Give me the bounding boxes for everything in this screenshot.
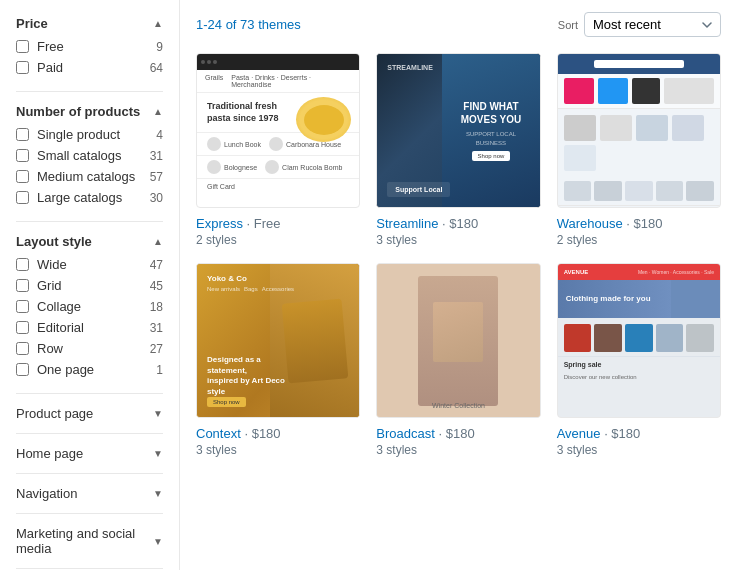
divider-products xyxy=(16,221,163,222)
layout-filter-section: Layout style ▲ Wide 47 Grid 45 xyxy=(16,234,163,377)
filter-checkbox-free[interactable] xyxy=(16,40,29,53)
theme-thumbnail-avenue[interactable]: AVENUE Men · Women · Accessories · Sale … xyxy=(557,263,721,418)
filter-item-row: Row 27 xyxy=(16,341,163,356)
divider-price xyxy=(16,91,163,92)
theme-styles-avenue: 3 styles xyxy=(557,443,721,457)
marketing-chevron-icon: ▼ xyxy=(153,536,163,547)
theme-info-streamline: Streamline · $180 3 styles xyxy=(376,216,540,247)
products-filter-label: Number of products xyxy=(16,104,140,119)
filter-free-count: 9 xyxy=(156,40,163,54)
products-chevron-icon: ▲ xyxy=(153,106,163,117)
sort-label: Sort xyxy=(558,19,578,31)
filter-checkbox-medium[interactable] xyxy=(16,170,29,183)
theme-styles-context: 3 styles xyxy=(196,443,360,457)
product-page-chevron-icon: ▼ xyxy=(153,408,163,419)
theme-link-streamline[interactable]: Streamline xyxy=(376,216,438,231)
filter-paid-count: 64 xyxy=(150,61,163,75)
home-page-chevron-icon: ▼ xyxy=(153,448,163,459)
home-page-header[interactable]: Home page ▼ xyxy=(16,433,163,473)
theme-thumbnail-express[interactable]: GrailsPasta · Drinks · Deserrts · Mercha… xyxy=(196,53,360,208)
filter-checkbox-paid[interactable] xyxy=(16,61,29,74)
filter-single-count: 4 xyxy=(156,128,163,142)
filter-checkbox-editorial[interactable] xyxy=(16,321,29,334)
theme-price-streamline: · $180 xyxy=(442,216,478,231)
filter-wide-text: Wide xyxy=(37,257,67,272)
theme-styles-warehouse: 2 styles xyxy=(557,233,721,247)
main-header: 1-24 of 73 themes Sort Most recent Price… xyxy=(196,12,721,37)
theme-styles-express: 2 styles xyxy=(196,233,360,247)
sort-select[interactable]: Most recent Price: low to high Price: hi… xyxy=(584,12,721,37)
sort-wrapper: Sort Most recent Price: low to high Pric… xyxy=(558,12,721,37)
theme-link-broadcast[interactable]: Broadcast xyxy=(376,426,435,441)
filter-checkbox-small[interactable] xyxy=(16,149,29,162)
filter-checkbox-collage[interactable] xyxy=(16,300,29,313)
product-page-section: Product page ▼ xyxy=(16,393,163,433)
product-page-label: Product page xyxy=(16,406,93,421)
filter-onepage-text: One page xyxy=(37,362,94,377)
theme-price-context: · $180 xyxy=(244,426,280,441)
theme-info-context: Context · $180 3 styles xyxy=(196,426,360,457)
filter-onepage-count: 1 xyxy=(156,363,163,377)
filter-medium-text: Medium catalogs xyxy=(37,169,135,184)
filter-item-medium: Medium catalogs 57 xyxy=(16,169,163,184)
filter-grid-text: Grid xyxy=(37,278,62,293)
themes-grid: GrailsPasta · Drinks · Deserrts · Mercha… xyxy=(196,53,721,457)
theme-name-express: Express · Free xyxy=(196,216,360,231)
filter-collage-text: Collage xyxy=(37,299,81,314)
theme-styles-streamline: 3 styles xyxy=(376,233,540,247)
result-count: 1-24 of 73 themes xyxy=(196,17,301,32)
theme-info-broadcast: Broadcast · $180 3 styles xyxy=(376,426,540,457)
theme-thumbnail-broadcast[interactable]: Winter Collection xyxy=(376,263,540,418)
filter-item-large: Large catalogs 30 xyxy=(16,190,163,205)
marketing-section: Marketing and social media ▼ xyxy=(16,513,163,568)
marketing-header[interactable]: Marketing and social media ▼ xyxy=(16,513,163,568)
theme-price-express: · Free xyxy=(247,216,281,231)
theme-card-streamline: STREAMLINE ProductsAboutContact FIND WHA… xyxy=(376,53,540,247)
theme-link-warehouse[interactable]: Warehouse xyxy=(557,216,623,231)
theme-name-streamline: Streamline · $180 xyxy=(376,216,540,231)
layout-chevron-icon: ▲ xyxy=(153,236,163,247)
home-page-label: Home page xyxy=(16,446,83,461)
product-page-header[interactable]: Product page ▼ xyxy=(16,393,163,433)
navigation-chevron-icon: ▼ xyxy=(153,488,163,499)
home-page-section: Home page ▼ xyxy=(16,433,163,473)
theme-name-avenue: Avenue · $180 xyxy=(557,426,721,441)
navigation-header[interactable]: Navigation ▼ xyxy=(16,473,163,513)
theme-thumbnail-context[interactable]: Yoko & Co New arrivals Bags Accessories … xyxy=(196,263,360,418)
theme-name-warehouse: Warehouse · $180 xyxy=(557,216,721,231)
filter-checkbox-row[interactable] xyxy=(16,342,29,355)
filter-item-single: Single product 4 xyxy=(16,127,163,142)
price-filter-title: Price ▲ xyxy=(16,16,163,31)
theme-info-express: Express · Free 2 styles xyxy=(196,216,360,247)
theme-name-context: Context · $180 xyxy=(196,426,360,441)
theme-name-broadcast: Broadcast · $180 xyxy=(376,426,540,441)
products-filter-title: Number of products ▲ xyxy=(16,104,163,119)
filter-checkbox-onepage[interactable] xyxy=(16,363,29,376)
filter-item-small: Small catalogs 31 xyxy=(16,148,163,163)
filter-item-onepage: One page 1 xyxy=(16,362,163,377)
filter-label-paid[interactable]: Paid 64 xyxy=(16,60,163,75)
theme-thumbnail-warehouse[interactable]: Trending now xyxy=(557,53,721,208)
theme-link-express[interactable]: Express xyxy=(196,216,243,231)
filter-large-count: 30 xyxy=(150,191,163,205)
filter-checkbox-large[interactable] xyxy=(16,191,29,204)
theme-link-context[interactable]: Context xyxy=(196,426,241,441)
price-filter-label: Price xyxy=(16,16,48,31)
sidebar: Price ▲ Free 9 Paid 64 xyxy=(0,0,180,570)
filter-free-text: Free xyxy=(37,39,64,54)
filter-checkbox-single[interactable] xyxy=(16,128,29,141)
filter-row-text: Row xyxy=(37,341,63,356)
navigation-label: Navigation xyxy=(16,486,77,501)
result-count-link[interactable]: 1-24 of 73 themes xyxy=(196,17,301,32)
filter-checkbox-wide[interactable] xyxy=(16,258,29,271)
theme-link-avenue[interactable]: Avenue xyxy=(557,426,601,441)
filter-checkbox-grid[interactable] xyxy=(16,279,29,292)
filter-item-wide: Wide 47 xyxy=(16,257,163,272)
filter-editorial-count: 31 xyxy=(150,321,163,335)
theme-card-broadcast: Winter Collection Broadcast · $180 3 sty… xyxy=(376,263,540,457)
theme-thumbnail-streamline[interactable]: STREAMLINE ProductsAboutContact FIND WHA… xyxy=(376,53,540,208)
products-filter-section: Number of products ▲ Single product 4 Sm… xyxy=(16,104,163,205)
theme-card-warehouse: Trending now Warehouse · $180 2 styles xyxy=(557,53,721,247)
filter-label-free[interactable]: Free 9 xyxy=(16,39,163,54)
theme-price-broadcast: · $180 xyxy=(439,426,475,441)
